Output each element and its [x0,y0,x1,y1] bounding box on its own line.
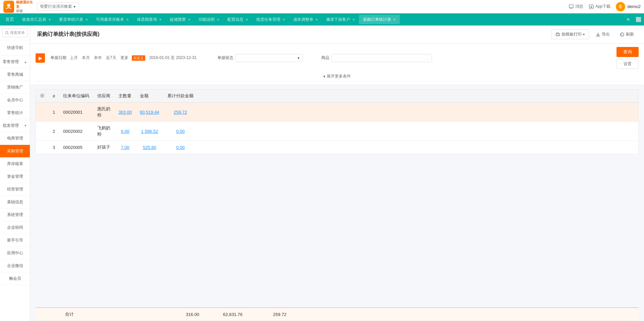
user-name: demo2 [627,4,641,9]
workspace-label: 母婴行业演示账套 [40,4,72,9]
tab-close-gongneng[interactable]: ✕ [217,18,219,21]
app-logo [3,1,14,13]
tab-close-yaoqing[interactable]: ✕ [352,18,355,21]
refresh-button[interactable]: 刷新 [616,30,637,39]
message-button[interactable]: 消息 [569,4,583,9]
settings-button[interactable]: 设置 [616,59,639,69]
sidebar-item-wholesale[interactable]: 批发管理 ▼ [0,119,30,132]
nav-tabs: 首页 收发存汇总表 ✕ 要货单统计表 ✕ 可用量库存账本 ✕ 保质期查询 ✕ 超… [0,13,644,25]
table-container: # 往来单位编码 供应商 主数量 金额 累计付款金额 1 [30,85,644,307]
table-row[interactable]: 1 00020001 惠氏奶粉 303.00 60,519.44 259.72 [36,103,639,122]
custom-date-badge: 自定义 [132,55,145,61]
tab-peizhixinxi[interactable]: 配置信息 ✕ [223,15,252,24]
total-extra [307,311,639,317]
sidebar-item-retail-mgmt[interactable]: 零售管理 ▲ [0,56,30,68]
tab-keyongliang[interactable]: 可用量库存账本 ✕ [92,15,133,24]
tab-jianhuo[interactable]: 拣货任务管理 ✕ [252,15,289,24]
export-button[interactable]: 导出 [592,30,613,39]
search-menu-button[interactable]: 搜索菜单 [2,28,28,37]
sidebar-item-marketing[interactable]: 营销推广 [0,81,30,94]
tab-close-baozhi[interactable]: ✕ [159,18,162,21]
tab-close-peizhixinxi[interactable]: ✕ [246,18,248,21]
tab-close-chaochu[interactable]: ✕ [188,18,191,21]
col-paid-header: 累计付款金额 [163,90,198,103]
tab-close-jianhuo[interactable]: ✕ [282,18,285,21]
sidebar-item-system[interactable]: 系统管理 [0,209,30,221]
quick-nav-button[interactable]: 快捷导航 [2,43,28,53]
ellipsis-icon: … [425,56,429,60]
print-button[interactable]: 按模板打印 ▾ [551,30,589,39]
tab-close-all-button[interactable]: ✕ [625,16,632,23]
sidebar-item-wechat[interactable]: 企业微信 [0,260,30,272]
total-amount: 62,631.76 [213,311,253,317]
tab-chengben[interactable]: 成本调整单 ✕ [289,15,322,24]
tab-baozhi[interactable]: 保质期查询 ✕ [133,15,166,24]
tab-gongneng[interactable]: 功能说明 ✕ [195,15,223,24]
expand-conditions-button[interactable]: ▾ 展开更多条件 [323,73,351,79]
filter-expand-row: ▾ 展开更多条件 [36,71,639,82]
shortcut-7days[interactable]: 近7天 [105,54,118,61]
sidebar-item-operations[interactable]: 经营管理 [0,183,30,196]
col-num-header: # [49,90,59,103]
sidebar-item-purchase[interactable]: 采购管理 [0,145,30,158]
status-select[interactable]: ▾ [235,54,303,62]
sidebar-item-retail-shop[interactable]: 零售商城 [0,68,30,81]
shortcut-this-year[interactable]: 本年 [93,54,103,61]
tab-close-shoufacun[interactable]: ✕ [48,18,51,21]
total-paid: 259.72 [253,311,307,317]
shortcut-last-month[interactable]: 上月 [68,54,79,61]
user-menu[interactable]: E demo2 [616,2,641,11]
tab-shoufacun[interactable]: 收发存汇总表 ✕ [18,15,55,24]
total-supplier-col [115,311,172,317]
tab-expand-button[interactable]: ⬜ [634,16,643,23]
sidebar-item-enterprise[interactable]: 企业协同 [0,221,30,234]
total-paid-value: 259.72 [273,312,286,317]
filter-area: ▶ 单据日期 上月 本月 本年 近7天 更多 自定义 2016-01-01 至 … [30,44,644,85]
col-supplier-header: 供应商 [93,90,114,103]
tab-chaochu[interactable]: 超储预警 ✕ [166,15,195,24]
chevron-down-icon: ▾ [73,4,75,9]
row-1-paid: 259.72 [163,103,198,122]
row-1-supplier: 惠氏奶粉 [93,103,114,122]
tab-home[interactable]: 首页 [1,15,18,24]
table-body: 1 00020001 惠氏奶粉 303.00 60,519.44 259.72 … [36,103,639,154]
tab-close-caigou[interactable]: ✕ [393,18,396,21]
tab-yaoqing[interactable]: 邀请下游客户 ✕ [322,15,359,24]
workspace-selector[interactable]: 母婴行业演示账套 ▾ [37,2,78,11]
table-row[interactable]: 2 00020002 飞鹤奶粉 6.00 1,586.52 0.00 [36,122,639,141]
shortcut-this-month[interactable]: 本月 [80,54,91,61]
tab-close-yaohuo[interactable]: ✕ [85,18,88,21]
shortcut-more[interactable]: 更多 [119,54,130,61]
col-settings[interactable] [36,90,49,103]
row-2-qty: 6.00 [114,122,136,141]
sidebar-item-app-center[interactable]: 应用中心 [0,247,30,260]
svg-point-2 [6,31,8,34]
total-qty: 316.00 [172,311,213,317]
sidebar-item-inventory[interactable]: 库存核算 [0,158,30,170]
sidebar-item-basic-info[interactable]: 基础信息 [0,196,30,209]
sidebar-item-guide[interactable]: 新手引导 [0,234,30,247]
tab-close-keyongliang[interactable]: ✕ [126,18,129,21]
table-row[interactable]: 3 00020005 好孩子 7.00 525.80 0.00 [36,141,639,154]
query-button[interactable]: 查询 [616,47,639,57]
row-1-code: 00020001 [59,103,93,122]
total-amount-value: 62,631.76 [223,312,243,317]
tab-caigou-active[interactable]: 采购订单统计表 ✕ [359,15,400,24]
sidebar-item-member-center[interactable]: 会员中心 [0,94,30,107]
status-filter-group: 单据状态 ▾ [217,54,303,62]
page-header: 采购订单统计表(按供应商) 按模板打印 ▾ 导出 刷新 [30,25,644,44]
row-3-amount: 525.80 [136,141,163,154]
sidebar-item-member[interactable]: 畅会员 [0,272,30,285]
tab-yaohuo[interactable]: 要货单统计表 ✕ [55,15,92,24]
row-1-extra [198,103,639,122]
filter-toggle-button[interactable]: ▶ [36,53,45,63]
app-download-button[interactable]: App下载 [589,4,610,9]
sidebar-item-retail-stats[interactable]: 零售统计 [0,107,30,119]
goods-input[interactable]: … [331,54,432,62]
sidebar-item-finance[interactable]: 资金管理 [0,170,30,183]
row-3-settings [36,141,49,154]
tab-close-chengben[interactable]: ✕ [315,18,318,21]
sidebar-item-ecommerce[interactable]: 电商管理 [0,132,30,145]
total-spacer [36,311,52,317]
svg-point-5 [42,95,43,96]
